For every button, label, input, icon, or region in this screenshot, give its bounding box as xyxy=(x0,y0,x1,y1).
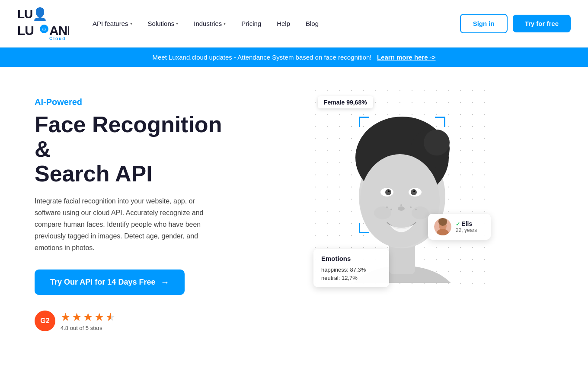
nav-item-industries[interactable]: Industries ▾ xyxy=(188,16,232,31)
chevron-down-icon: ▾ xyxy=(130,21,132,26)
hero-content: AI-Powered Face Recognition & Search API… xyxy=(35,89,251,331)
hero-title: Face Recognition & Search API xyxy=(35,112,251,187)
hero-cta-button[interactable]: Try Our API for 14 Days Free → xyxy=(35,270,185,295)
star-4: ★ xyxy=(94,311,104,324)
logo[interactable]: LU👤 LU ☺ AND Cloud xyxy=(17,7,69,40)
emotions-card: Emotions happiness: 87,3% neutral: 12,7% xyxy=(313,249,389,287)
emotions-line-1: happiness: 87,3% xyxy=(321,266,381,273)
g2-badge: G2 xyxy=(35,311,55,331)
logo-svg: LU ☺ AND Cloud xyxy=(17,21,69,40)
face-demo-container: Female 99,68% xyxy=(309,84,495,292)
nav-item-help[interactable]: Help xyxy=(271,16,296,31)
chevron-down-icon: ▾ xyxy=(224,21,226,26)
identity-avatar xyxy=(434,218,451,235)
svg-text:Cloud: Cloud xyxy=(49,36,66,40)
hero-description: Integrate facial recognition into your w… xyxy=(35,195,220,254)
logo-icon-letter: 👤 xyxy=(32,7,47,21)
emotions-title: Emotions xyxy=(321,255,381,262)
emotions-line-2: neutral: 12,7% xyxy=(321,275,381,281)
identity-check: ✓ Elis xyxy=(456,220,477,227)
star-half: ★ ★ xyxy=(105,311,115,324)
star-3: ★ xyxy=(83,311,93,324)
corner-tr xyxy=(435,117,445,127)
main-nav: API features ▾ Solutions ▾ Industries ▾ … xyxy=(86,16,460,31)
stars-and-label: ★ ★ ★ ★ ★ ★ 4.8 out of 5 stars xyxy=(61,311,115,331)
header-actions: Sign in Try for free xyxy=(460,14,571,33)
nav-item-pricing[interactable]: Pricing xyxy=(235,16,267,31)
corner-bl xyxy=(359,223,369,233)
logo-text: LU👤 LU ☺ AND Cloud xyxy=(17,7,69,40)
rating-text: 4.8 out of 5 stars xyxy=(61,325,115,331)
identity-card: ✓ Elis 22, years xyxy=(428,214,491,240)
nav-item-solutions[interactable]: Solutions ▾ xyxy=(142,16,185,31)
star-rating: ★ ★ ★ ★ ★ ★ xyxy=(61,311,115,324)
nav-item-blog[interactable]: Blog xyxy=(300,16,325,31)
announcement-banner: Meet Luxand.cloud updates - Attendance S… xyxy=(0,48,588,67)
hero-ai-powered-label: AI-Powered xyxy=(35,97,251,107)
svg-text:☺: ☺ xyxy=(41,26,46,32)
cta-label: Try Our API for 14 Days Free xyxy=(50,278,155,287)
identity-info: ✓ Elis 22, years xyxy=(456,220,477,233)
signin-button[interactable]: Sign in xyxy=(460,14,508,33)
chevron-down-icon: ▾ xyxy=(176,21,178,26)
svg-text:AND: AND xyxy=(49,23,69,38)
star-1: ★ xyxy=(61,311,70,324)
gender-detection-label: Female 99,68% xyxy=(318,96,373,108)
hero-demo-visual: Female 99,68% xyxy=(251,89,553,304)
try-free-button[interactable]: Try for free xyxy=(513,15,571,32)
header: LU👤 LU ☺ AND Cloud API features ▾ Soluti… xyxy=(0,0,588,48)
corner-tl xyxy=(359,117,369,127)
banner-learn-more-link[interactable]: Learn more here -> xyxy=(377,54,435,61)
star-2: ★ xyxy=(72,311,82,324)
svg-text:LU: LU xyxy=(17,23,34,38)
hero-section: AI-Powered Face Recognition & Search API… xyxy=(0,67,588,357)
identity-age: 22, years xyxy=(456,227,477,233)
avatar-svg xyxy=(434,218,451,235)
rating-area: G2 ★ ★ ★ ★ ★ ★ 4.8 out of 5 stars xyxy=(35,311,251,331)
nav-item-api-features[interactable]: API features ▾ xyxy=(86,16,138,31)
identity-name: Elis xyxy=(461,220,472,227)
arrow-icon: → xyxy=(160,277,169,287)
